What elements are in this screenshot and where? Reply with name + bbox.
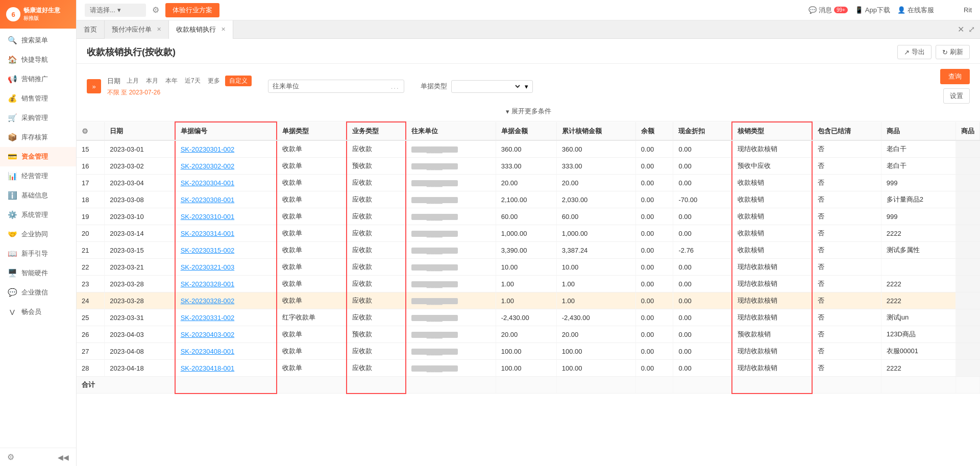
sidebar-item-wechat[interactable]: 💬企业微信 — [0, 283, 76, 302]
doc-no-link[interactable]: SK-20230314-001 — [181, 230, 235, 237]
counterpart-dots[interactable]: ... — [391, 83, 400, 90]
cell-amount: 3,390.00 — [496, 242, 556, 259]
user-name: Rit — [941, 6, 972, 14]
sidebar-item-hardware[interactable]: 🖥️智能硬件 — [0, 263, 76, 283]
header-gear-icon[interactable]: ⚙ — [152, 5, 159, 15]
tab-prepay[interactable]: 预付冲应付单 ✕ — [105, 20, 169, 39]
cell-doc-type: 收款单 — [277, 158, 346, 175]
cell-date: 2023-03-31 — [105, 309, 175, 326]
sidebar-item-system[interactable]: ⚙️系统管理 — [0, 205, 76, 225]
date-custom-btn[interactable]: 自定义 — [225, 76, 252, 86]
date-7days-btn[interactable]: 近7天 — [183, 76, 203, 86]
doc-no-link[interactable]: SK-20230304-001 — [181, 179, 235, 187]
doc-no-link[interactable]: SK-20230408-001 — [181, 348, 235, 355]
cell-balance: 0.00 — [635, 140, 673, 158]
doc-no-link[interactable]: SK-20230302-002 — [181, 162, 235, 170]
th-counterpart: 往来单位 — [406, 122, 496, 140]
workspace-dropdown[interactable]: 请选择... ▾ — [85, 4, 146, 17]
online-service-btn[interactable]: 👤 在线客服 — [897, 6, 934, 15]
date-range-display: 不限 至 2023-07-26 — [107, 88, 252, 97]
doc-no-link[interactable]: SK-20230308-001 — [181, 196, 235, 204]
nav-label-cooperation: 企业协同 — [21, 230, 48, 239]
counterpart-input[interactable] — [302, 83, 388, 90]
cell-date: 2023-03-15 — [105, 242, 175, 259]
sidebar-item-guide[interactable]: 📖新手引导 — [0, 244, 76, 263]
collapse-sidebar-icon[interactable]: ◀◀ — [58, 453, 69, 461]
sidebar-item-search[interactable]: 🔍搜索菜单 — [0, 31, 76, 50]
counterpart-input-group: 往来单位 ... — [268, 80, 404, 93]
tab-close-prepay[interactable]: ✕ — [157, 26, 161, 33]
cell-amount: 360.00 — [496, 140, 556, 158]
tab-maximize-icon[interactable]: ⤢ — [968, 24, 975, 34]
settings-icon[interactable]: ⚙ — [7, 452, 14, 462]
doc-no-link[interactable]: SK-20230321-003 — [181, 263, 235, 271]
settings-btn[interactable]: 设置 — [943, 88, 970, 104]
sidebar-item-member[interactable]: V畅会员 — [0, 302, 76, 322]
sidebar-item-basic[interactable]: ℹ️基础信息 — [0, 186, 76, 205]
sidebar-item-finance[interactable]: 💳资金管理 — [0, 147, 76, 166]
table-row: 19 2023-03-10 SK-20230310-001 收款单 应收款 ██… — [77, 208, 980, 225]
date-more-btn[interactable]: 更多 — [206, 76, 222, 86]
doc-no-link[interactable]: SK-20230315-002 — [181, 247, 235, 254]
table-row: 16 2023-03-02 SK-20230302-002 收款单 预收款 ██… — [77, 158, 980, 175]
cell-goods2 — [956, 158, 980, 175]
sidebar-item-cooperation[interactable]: 🤝企业协同 — [0, 225, 76, 244]
doc-no-link[interactable]: SK-20230403-002 — [181, 331, 235, 338]
totals-label: 合计 — [77, 377, 175, 394]
filter-expand-btn[interactable]: » — [87, 79, 101, 93]
sidebar-item-marketing[interactable]: 📢营销推广 — [0, 69, 76, 89]
date-this-year-btn[interactable]: 本年 — [163, 76, 180, 86]
th-date: 日期 — [105, 122, 175, 140]
cell-amount: 20.00 — [496, 326, 556, 343]
tab-collection-cancel[interactable]: 收款核销执行 ✕ — [169, 20, 233, 39]
doc-no-link[interactable]: SK-20230301-002 — [181, 145, 235, 153]
th-amount: 单据金额 — [496, 122, 556, 140]
date-last-month-btn[interactable]: 上月 — [125, 76, 141, 86]
table-row: 26 2023-04-03 SK-20230403-002 收款单 预收款 ██… — [77, 326, 980, 343]
tab-close-collection[interactable]: ✕ — [221, 26, 226, 33]
nav-icon-basic: ℹ️ — [7, 191, 17, 200]
export-btn[interactable]: ↗ 导出 — [897, 45, 932, 59]
doc-no-link[interactable]: SK-20230328-001 — [181, 280, 235, 288]
industry-btn[interactable]: 体验行业方案 — [165, 3, 219, 17]
nav-icon-sales: 💰 — [7, 94, 17, 103]
cell-include-settled: 否 — [812, 140, 881, 158]
nav-label-marketing: 营销推广 — [21, 75, 48, 84]
totals-cash-discount — [673, 377, 732, 394]
tab-home[interactable]: 首页 — [77, 20, 105, 39]
cell-seq: 17 — [77, 175, 105, 191]
cell-cancel-type: 收款核销 — [732, 242, 812, 259]
sidebar-item-purchase[interactable]: 🛒采购管理 — [0, 108, 76, 128]
nav-icon-purchase: 🛒 — [7, 113, 17, 122]
sidebar-item-operations[interactable]: 📊经营管理 — [0, 166, 76, 186]
doc-no-link[interactable]: SK-20230310-001 — [181, 213, 235, 220]
refresh-btn[interactable]: ↻ 刷新 — [936, 45, 970, 59]
doc-no-link[interactable]: SK-20230331-002 — [181, 314, 235, 322]
cell-cancel-type: 现结收款核销 — [732, 140, 812, 158]
doc-no-link[interactable]: SK-20230418-001 — [181, 364, 235, 372]
query-btn[interactable]: 查询 — [940, 69, 970, 84]
doc-type-select[interactable] — [456, 82, 522, 91]
tab-actions: ✕ ⤢ — [952, 24, 980, 34]
app-download-btn[interactable]: 📱 App下载 — [855, 6, 890, 15]
sidebar-item-quick-nav[interactable]: 🏠快捷导航 — [0, 50, 76, 69]
cell-balance: 0.00 — [635, 208, 673, 225]
cell-balance: 0.00 — [635, 242, 673, 259]
expand-more-conditions[interactable]: ▾ 展开更多条件 — [87, 107, 970, 116]
cell-doc-type: 收款单 — [277, 140, 346, 158]
th-settings[interactable]: ⚙ — [77, 122, 105, 140]
tab-close-all-icon[interactable]: ✕ — [958, 24, 964, 34]
message-btn[interactable]: 💬 消息 99+ — [808, 6, 848, 15]
th-doc-type: 单据类型 — [277, 122, 346, 140]
sidebar-item-inventory[interactable]: 📦库存核算 — [0, 128, 76, 147]
data-table: ⚙ 日期 单据编号 单据类型 业务类型 往来单位 单据金额 累计核销金额 余额 … — [77, 121, 980, 394]
cell-cash-discount: -70.00 — [673, 191, 732, 208]
cell-seq: 19 — [77, 208, 105, 225]
cell-doc-type: 红字收款单 — [277, 309, 346, 326]
cell-counterpart: ████ — [406, 276, 496, 292]
cell-amount: 1.00 — [496, 292, 556, 309]
doc-no-link[interactable]: SK-20230328-002 — [181, 297, 235, 305]
sidebar-item-sales[interactable]: 💰销售管理 — [0, 89, 76, 108]
table-row: 22 2023-03-21 SK-20230321-003 收款单 应收款 ██… — [77, 259, 980, 276]
date-this-month-btn[interactable]: 本月 — [144, 76, 160, 86]
